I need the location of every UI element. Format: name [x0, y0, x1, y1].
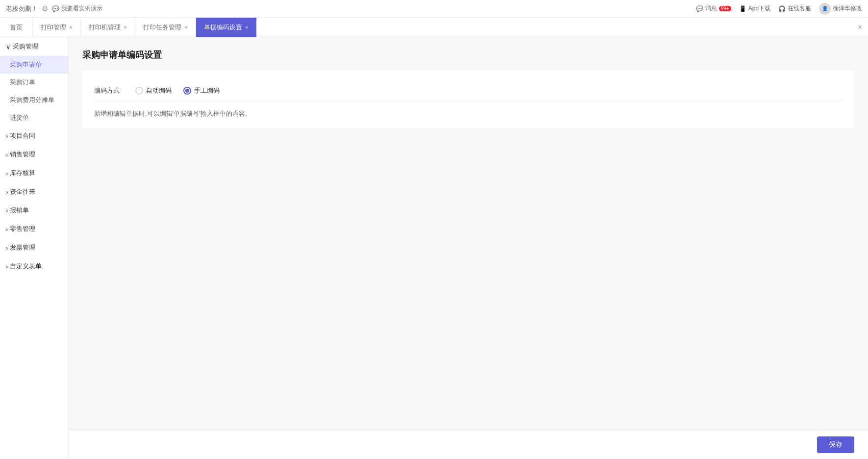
content-footer: 保存 [69, 430, 868, 459]
main-layout: ∨ 采购管理 采购申请单 采购订单 采购费用分摊单 进货单 › 项目合同 [0, 37, 868, 459]
app-download-button[interactable]: 📱 App下载 [739, 4, 770, 13]
sidebar-group-capital: › 资金往来 [0, 182, 68, 201]
expand-arrow-icon-custom: › [6, 263, 8, 270]
sidebar-item-purchase-expense-label: 采购费用分摊单 [10, 96, 54, 103]
messages-button[interactable]: 💬 消息 99+ [696, 4, 731, 13]
settings-icon[interactable]: ⚙ [42, 4, 48, 13]
brand-text: 老板勿删！ [6, 4, 38, 13]
sidebar-group-project: › 项目合同 [0, 127, 68, 145]
collapse-arrow-icon: ∨ [6, 43, 11, 51]
sidebar-item-purchase-request-label: 采购申请单 [10, 61, 42, 68]
auto-encoding-option[interactable]: 自动编码 [135, 86, 172, 95]
sidebar-group-sales-label: 销售管理 [10, 150, 35, 159]
sidebar-group-sales-header[interactable]: › 销售管理 [0, 145, 68, 164]
save-button[interactable]: 保存 [817, 436, 854, 453]
sidebar-item-purchase-expense[interactable]: 采购费用分摊单 [0, 91, 68, 109]
sidebar-group-retail: › 零售管理 [0, 220, 68, 238]
service-icon: 🎧 [778, 5, 786, 12]
sidebar-group-expense: › 报销单 [0, 201, 68, 220]
sidebar-item-goods-receipt-label: 进货单 [10, 114, 29, 121]
user-profile-button[interactable]: 👤 徐泽华修改 [819, 3, 862, 15]
expand-arrow-icon-expense: › [6, 207, 8, 214]
tab-print-task-management-close[interactable]: × [184, 24, 188, 31]
tab-close-all-button[interactable]: × [852, 23, 868, 32]
tab-printer-management-label: 打印机管理 [89, 23, 121, 32]
sidebar-group-inventory-label: 库存核算 [10, 169, 35, 178]
tab-print-management-label: 打印管理 [41, 23, 66, 32]
expand-arrow-icon-retail: › [6, 226, 8, 233]
sidebar: ∨ 采购管理 采购申请单 采购订单 采购费用分摊单 进货单 › 项目合同 [0, 37, 69, 459]
tab-barcode-settings-label: 单据编码设置 [204, 23, 242, 32]
expand-arrow-icon-sales: › [6, 151, 8, 158]
sidebar-group-purchase: ∨ 采购管理 采购申请单 采购订单 采购费用分摊单 进货单 [0, 37, 68, 127]
tab-print-management[interactable]: 打印管理 × [33, 18, 81, 37]
message-label: 消息 [705, 4, 717, 13]
sidebar-group-inventory: › 库存核算 [0, 164, 68, 182]
topbar-right: 💬 消息 99+ 📱 App下载 🎧 在线客服 👤 徐泽华修改 [696, 3, 862, 15]
sidebar-item-purchase-order[interactable]: 采购订单 [0, 74, 68, 91]
avatar: 👤 [819, 3, 831, 15]
tab-barcode-settings-close[interactable]: × [245, 24, 248, 31]
form-card: 编码方式 自动编码 手工编码 新增和编辑单据时,可以编辑'单据编号'输入框中的内… [82, 71, 854, 128]
manual-encoding-radio[interactable] [183, 87, 191, 95]
sidebar-group-expense-header[interactable]: › 报销单 [0, 201, 68, 220]
tab-print-management-close[interactable]: × [69, 24, 73, 31]
sidebar-group-purchase-label: 采购管理 [13, 42, 38, 51]
sidebar-group-invoice-header[interactable]: › 发票管理 [0, 238, 68, 257]
sidebar-group-capital-label: 资金往来 [10, 187, 35, 196]
manual-encoding-option[interactable]: 手工编码 [183, 86, 220, 95]
sidebar-group-retail-header[interactable]: › 零售管理 [0, 220, 68, 238]
message-icon: 💬 [696, 5, 703, 12]
hint-text: 新增和编辑单据时,可以编辑'单据编号'输入框中的内容。 [94, 109, 843, 118]
tabs-bar: 首页 打印管理 × 打印机管理 × 打印任务管理 × 单据编码设置 × × [0, 18, 868, 37]
encoding-label: 编码方式 [94, 86, 120, 95]
tab-printer-management-close[interactable]: × [124, 24, 127, 31]
expand-arrow-icon-invoice: › [6, 244, 8, 252]
tab-home[interactable]: 首页 [0, 18, 33, 37]
sidebar-item-purchase-order-label: 采购订单 [10, 78, 35, 86]
encoding-row: 编码方式 自动编码 手工编码 [94, 80, 843, 102]
demo-link[interactable]: 💬 我要看实例演示 [52, 4, 102, 13]
sidebar-group-sales: › 销售管理 [0, 145, 68, 164]
tab-home-label: 首页 [10, 23, 23, 32]
sidebar-group-project-label: 项目合同 [10, 131, 35, 140]
username-label: 徐泽华修改 [833, 4, 862, 13]
expand-arrow-icon-project: › [6, 132, 8, 140]
tab-printer-management[interactable]: 打印机管理 × [81, 18, 135, 37]
auto-encoding-label: 自动编码 [146, 86, 172, 95]
tab-print-task-management-label: 打印任务管理 [143, 23, 181, 32]
manual-encoding-label: 手工编码 [194, 86, 220, 95]
sidebar-group-inventory-header[interactable]: › 库存核算 [0, 164, 68, 182]
app-label: App下载 [748, 4, 770, 13]
sidebar-item-goods-receipt[interactable]: 进货单 [0, 109, 68, 127]
sidebar-group-retail-label: 零售管理 [10, 225, 35, 233]
auto-encoding-radio[interactable] [135, 87, 143, 95]
expand-arrow-icon-inventory: › [6, 170, 8, 177]
page-title: 采购申请单编码设置 [82, 49, 854, 61]
sidebar-group-custom-forms-label: 自定义表单 [10, 262, 42, 271]
sidebar-group-invoice-label: 发票管理 [10, 243, 35, 252]
sidebar-group-invoice: › 发票管理 [0, 238, 68, 257]
app-icon: 📱 [739, 5, 746, 12]
content-area: 采购申请单编码设置 编码方式 自动编码 手工编码 新增和编辑单据时,可以编辑'单… [69, 37, 868, 459]
sidebar-group-project-header[interactable]: › 项目合同 [0, 127, 68, 145]
service-label: 在线客服 [788, 4, 811, 13]
sidebar-group-custom-forms: › 自定义表单 [0, 257, 68, 276]
message-badge: 99+ [719, 6, 731, 11]
sidebar-group-expense-label: 报销单 [10, 206, 29, 215]
tab-print-task-management[interactable]: 打印任务管理 × [135, 18, 196, 37]
topbar-left: 老板勿删！ ⚙ 💬 我要看实例演示 [6, 4, 102, 13]
sidebar-group-custom-forms-header[interactable]: › 自定义表单 [0, 257, 68, 276]
sidebar-group-capital-header[interactable]: › 资金往来 [0, 182, 68, 201]
expand-arrow-icon-capital: › [6, 188, 8, 196]
online-service-button[interactable]: 🎧 在线客服 [778, 4, 811, 13]
demo-chat-icon: 💬 [52, 5, 59, 12]
demo-text: 我要看实例演示 [61, 4, 102, 13]
content-inner: 采购申请单编码设置 编码方式 自动编码 手工编码 新增和编辑单据时,可以编辑'单… [69, 37, 868, 430]
sidebar-item-purchase-request[interactable]: 采购申请单 [0, 56, 68, 74]
tab-barcode-settings[interactable]: 单据编码设置 × [196, 18, 257, 37]
topbar: 老板勿删！ ⚙ 💬 我要看实例演示 💬 消息 99+ 📱 App下载 🎧 在线客… [0, 0, 868, 18]
sidebar-group-purchase-header[interactable]: ∨ 采购管理 [0, 37, 68, 56]
